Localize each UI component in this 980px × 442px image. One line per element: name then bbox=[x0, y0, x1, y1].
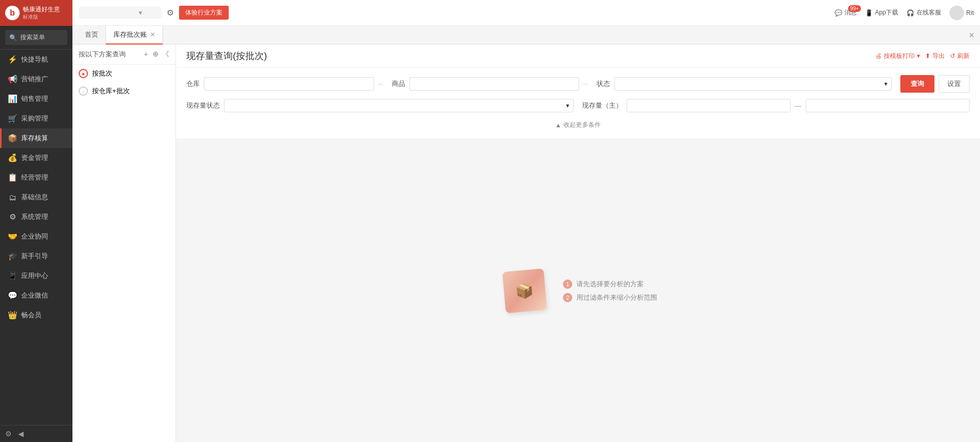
status-filter-group: 状态 ▾ bbox=[597, 77, 892, 91]
sidebar-item-purchase[interactable]: 🛒 采购管理 bbox=[0, 109, 72, 128]
action-buttons: 查询 设置 bbox=[900, 75, 970, 93]
print-template-label: 按模板打印 bbox=[884, 52, 915, 61]
sidebar-item-system[interactable]: ⚙ 系统管理 bbox=[0, 207, 72, 227]
collapse-panel-icon[interactable]: 《 bbox=[162, 50, 169, 59]
scheme-by-warehouse-batch-label: 按仓库+批次 bbox=[92, 86, 130, 96]
sidebar-item-basic[interactable]: 🗂 基础信息 bbox=[0, 187, 72, 207]
filter-area: 仓库 ··· 商品 ··· 状态 ▾ bbox=[176, 68, 980, 139]
inventory-status-filter-group: 现存量状态 ▾ bbox=[186, 99, 574, 112]
purchase-icon: 🛒 bbox=[8, 114, 17, 123]
page-actions: 🖨 按模板打印 ▾ ⬆ 导出 ↺ 刷新 bbox=[875, 52, 970, 61]
search-menu-label: 搜索菜单 bbox=[20, 33, 45, 42]
product-filter-input[interactable] bbox=[409, 77, 580, 91]
sidebar-item-sales[interactable]: 📊 销售管理 bbox=[0, 89, 72, 109]
sidebar-search-area: 🔍 搜索菜单 bbox=[0, 26, 72, 50]
sidebar-item-label: 资金管理 bbox=[21, 153, 48, 163]
tab-batch-account[interactable]: 库存批次账 ✕ bbox=[106, 26, 163, 45]
inventory-amount-from-input[interactable] bbox=[627, 99, 791, 112]
sidebar-item-operations[interactable]: 📋 经营管理 bbox=[0, 168, 72, 187]
sidebar-collapse-button[interactable]: ◀ bbox=[18, 430, 24, 438]
close-all-tabs-button[interactable]: ✕ bbox=[969, 31, 975, 39]
sidebar-item-label: 畅会员 bbox=[21, 311, 41, 320]
search-menu-button[interactable]: 🔍 搜索菜单 bbox=[5, 30, 67, 45]
scheme-active-icon: ● bbox=[79, 69, 88, 78]
sidebar-item-quick-nav[interactable]: ⚡ 快捷导航 bbox=[0, 50, 72, 69]
product-filter-group: 商品 ··· bbox=[392, 77, 589, 91]
tab-home[interactable]: 首页 bbox=[78, 26, 106, 45]
scheme-by-warehouse-batch[interactable]: ○ 按仓库+批次 bbox=[72, 82, 175, 100]
sidebar-item-finance[interactable]: 💰 资金管理 bbox=[0, 148, 72, 168]
print-template-button[interactable]: 🖨 按模板打印 ▾ bbox=[875, 52, 920, 61]
sidebar-item-label: 采购管理 bbox=[21, 114, 48, 123]
sidebar-header: b 畅康通好生意 标准版 bbox=[0, 0, 72, 26]
sidebar-item-app-center[interactable]: 📱 应用中心 bbox=[0, 266, 72, 286]
collapse-more-btn[interactable]: ▲ 收起更多条件 bbox=[186, 119, 970, 131]
sidebar-item-wechat[interactable]: 💬 企业微信 bbox=[0, 286, 72, 305]
empty-box: 📦 bbox=[502, 268, 547, 313]
online-support-button[interactable]: 🎧 在线客服 bbox=[907, 8, 941, 17]
messages-badge: 99+ bbox=[848, 5, 861, 12]
inventory-status-select[interactable]: ▾ bbox=[224, 99, 574, 112]
marketing-icon: 📢 bbox=[8, 75, 17, 84]
topbar-settings-icon[interactable]: ⚙ bbox=[167, 8, 174, 18]
username-label: Rit bbox=[966, 9, 974, 17]
sidebar-nav: ⚡ 快捷导航 📢 营销推广 📊 销售管理 🛒 采购管理 📦 库存核算 💰 资金管… bbox=[0, 50, 72, 425]
query-button[interactable]: 查询 bbox=[900, 75, 934, 93]
sidebar-settings-button[interactable]: ⚙ bbox=[5, 430, 12, 438]
sidebar-item-label: 营销推广 bbox=[21, 75, 48, 84]
topbar-search-input[interactable] bbox=[84, 9, 136, 17]
tab-close-icon[interactable]: ✕ bbox=[150, 31, 155, 38]
tab-batch-account-label: 库存批次账 bbox=[113, 30, 147, 39]
empty-hint-2: 2 用过滤条件来缩小分析范围 bbox=[563, 293, 657, 302]
hint-2-text: 用过滤条件来缩小分析范围 bbox=[576, 293, 657, 302]
app-version: 标准版 bbox=[23, 13, 60, 21]
app-download-button[interactable]: 📱 App下载 bbox=[865, 8, 898, 17]
sidebar-item-newbie[interactable]: 🎓 新手引导 bbox=[0, 246, 72, 266]
sidebar-item-member[interactable]: 👑 畅会员 bbox=[0, 305, 72, 325]
filter-row-2: 现存量状态 ▾ 现存量（主） — bbox=[186, 99, 970, 112]
tabs-right-section: ✕ bbox=[969, 31, 975, 39]
sidebar-footer: ⚙ ◀ bbox=[0, 425, 72, 442]
export-button[interactable]: ⬆ 导出 bbox=[925, 52, 945, 61]
scheme-inactive-icon: ○ bbox=[79, 86, 88, 96]
sidebar-item-marketing[interactable]: 📢 营销推广 bbox=[0, 69, 72, 89]
refresh-button[interactable]: ↺ 刷新 bbox=[950, 52, 970, 61]
warehouse-filter-dots[interactable]: ··· bbox=[378, 80, 383, 87]
sidebar-item-inventory[interactable]: 📦 库存核算 bbox=[0, 128, 72, 148]
scheme-settings-icon[interactable]: ⊕ bbox=[153, 50, 159, 59]
add-scheme-icon[interactable]: ＋ bbox=[142, 50, 150, 59]
system-icon: ⚙ bbox=[8, 212, 17, 222]
left-panel-actions: ＋ ⊕ 《 bbox=[142, 50, 169, 59]
filter-row-1: 仓库 ··· 商品 ··· 状态 ▾ bbox=[186, 75, 970, 93]
inventory-status-label: 现存量状态 bbox=[186, 101, 220, 110]
sidebar-item-enterprise[interactable]: 🤝 企业协同 bbox=[0, 227, 72, 246]
sidebar-item-label: 库存核算 bbox=[21, 134, 48, 143]
sidebar: b 畅康通好生意 标准版 🔍 搜索菜单 ⚡ 快捷导航 📢 营销推广 📊 销售管理… bbox=[0, 0, 72, 442]
left-panel-header: 按以下方案查询 ＋ ⊕ 《 bbox=[72, 45, 175, 65]
collapse-more-label: 收起更多条件 bbox=[563, 121, 601, 129]
messages-button[interactable]: 💬 消息 99+ bbox=[835, 8, 857, 17]
sidebar-item-label: 新手引导 bbox=[21, 252, 48, 261]
settings-button[interactable]: 设置 bbox=[939, 75, 970, 93]
warehouse-filter-input[interactable] bbox=[204, 77, 374, 91]
inventory-icon: 📦 bbox=[8, 134, 17, 143]
sidebar-item-label: 企业微信 bbox=[21, 291, 48, 300]
sidebar-item-label: 销售管理 bbox=[21, 94, 48, 104]
basic-icon: 🗂 bbox=[8, 193, 17, 202]
user-menu-button[interactable]: Rit bbox=[949, 6, 974, 20]
wechat-icon: 💬 bbox=[8, 291, 17, 300]
status-filter-select[interactable]: ▾ bbox=[614, 77, 892, 91]
product-filter-label: 商品 bbox=[392, 79, 405, 89]
quick-nav-icon: ⚡ bbox=[8, 55, 17, 64]
online-support-label: 在线客服 bbox=[916, 8, 941, 17]
topbar-search-dropdown-icon[interactable]: ▾ bbox=[139, 9, 142, 17]
inventory-amount-to-input[interactable] bbox=[806, 99, 970, 112]
sidebar-item-label: 系统管理 bbox=[21, 212, 48, 222]
product-filter-dots[interactable]: ··· bbox=[583, 80, 588, 87]
sidebar-item-label: 企业协同 bbox=[21, 232, 48, 241]
inventory-amount-label: 现存量（主） bbox=[582, 101, 622, 110]
newbie-icon: 🎓 bbox=[8, 252, 17, 261]
experience-button[interactable]: 体验行业方案 bbox=[179, 6, 229, 20]
scheme-by-batch[interactable]: ● 按批次 bbox=[72, 65, 175, 82]
search-icon: 🔍 bbox=[9, 34, 17, 41]
